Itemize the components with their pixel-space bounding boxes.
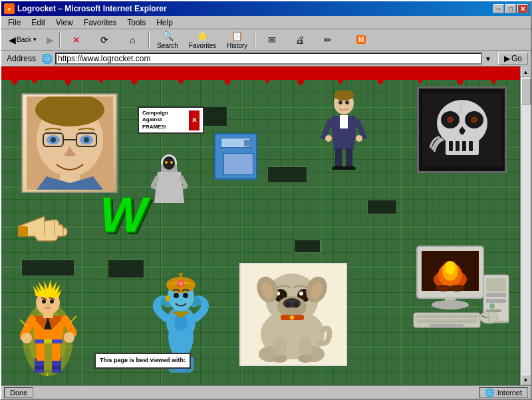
address-label: Address bbox=[4, 54, 39, 63]
anime-character bbox=[20, 280, 76, 378]
zone-text: Internet bbox=[497, 389, 522, 397]
close-button[interactable]: ✕ bbox=[517, 4, 528, 13]
svg-point-71 bbox=[174, 293, 179, 298]
msn-button[interactable]: M bbox=[348, 31, 374, 49]
print-button[interactable]: 🖨 bbox=[287, 31, 313, 49]
svg-point-26 bbox=[356, 135, 362, 142]
mysterious-figure bbox=[151, 153, 188, 214]
svg-point-87 bbox=[299, 292, 303, 296]
go-arrow-icon: ▶ bbox=[504, 54, 510, 63]
scroll-up-button[interactable]: ▲ bbox=[521, 67, 531, 77]
svg-rect-112 bbox=[486, 293, 506, 297]
ic-chip-5 bbox=[367, 200, 397, 214]
svg-line-59 bbox=[70, 316, 76, 323]
toolbar-separator-4 bbox=[344, 32, 345, 48]
menu-favorites[interactable]: Favorites bbox=[78, 17, 122, 29]
svg-point-107 bbox=[449, 285, 465, 292]
svg-point-35 bbox=[165, 161, 168, 164]
toolbar-separator-2 bbox=[148, 32, 150, 48]
svg-rect-79 bbox=[299, 337, 311, 357]
best-viewed-banner: This page is best viewed with: bbox=[94, 353, 191, 369]
campaign-text: Campaign Against FRAMES! bbox=[142, 110, 186, 130]
svg-rect-27 bbox=[335, 148, 342, 168]
edit-button[interactable]: ✏ bbox=[315, 31, 341, 49]
home-button[interactable]: ⌂ bbox=[119, 31, 146, 49]
svg-rect-24 bbox=[340, 115, 348, 128]
scrollbar-vertical[interactable]: ▲ ▼ bbox=[520, 67, 531, 385]
svg-rect-37 bbox=[18, 226, 28, 236]
menu-help[interactable]: Help bbox=[151, 17, 178, 29]
history-button[interactable]: 📋 History bbox=[222, 31, 252, 49]
page-favicon: 🌐 bbox=[41, 53, 53, 64]
back-button[interactable]: ◀ Back ▼ bbox=[4, 31, 42, 49]
best-viewed-text: This page is best viewed with: bbox=[100, 357, 186, 365]
browser-icon: e bbox=[4, 3, 15, 14]
svg-point-36 bbox=[170, 161, 173, 164]
svg-rect-45 bbox=[35, 366, 44, 369]
menu-tools[interactable]: Tools bbox=[122, 17, 151, 29]
svg-point-23 bbox=[334, 90, 354, 100]
svg-point-31 bbox=[338, 100, 342, 104]
ic-chip-2 bbox=[267, 166, 307, 183]
scroll-thumb[interactable] bbox=[521, 78, 531, 104]
minimize-button[interactable]: ─ bbox=[493, 4, 504, 13]
svg-point-57 bbox=[47, 303, 49, 306]
svg-rect-118 bbox=[416, 315, 478, 318]
address-input[interactable] bbox=[55, 53, 482, 65]
menu-file[interactable]: File bbox=[3, 17, 26, 29]
svg-point-32 bbox=[345, 100, 349, 104]
refresh-button[interactable]: ⟳ bbox=[91, 31, 118, 49]
pug-dog bbox=[239, 263, 347, 366]
svg-rect-119 bbox=[417, 319, 477, 323]
svg-point-21 bbox=[471, 116, 477, 123]
favorites-button[interactable]: ⭐ Favorites bbox=[184, 31, 221, 49]
search-button[interactable]: 🔍 Search bbox=[152, 31, 183, 49]
svg-point-20 bbox=[447, 116, 454, 123]
svg-point-34 bbox=[163, 156, 175, 170]
svg-point-56 bbox=[50, 300, 54, 303]
status-bar: Done 🌐 Internet bbox=[1, 385, 531, 399]
menu-edit[interactable]: Edit bbox=[26, 17, 51, 29]
svg-rect-46 bbox=[52, 366, 61, 369]
svg-point-89 bbox=[283, 298, 301, 309]
menu-bar: File Edit View Favorites Tools Help bbox=[1, 16, 531, 29]
svg-rect-120 bbox=[430, 324, 464, 327]
stop-button[interactable]: ✕ bbox=[63, 31, 90, 49]
svg-point-80 bbox=[273, 355, 287, 363]
skull-image bbox=[417, 87, 507, 173]
figure-3d bbox=[321, 90, 367, 180]
bill-gates-photo bbox=[21, 93, 118, 193]
address-dropdown[interactable]: ▼ bbox=[485, 54, 495, 63]
svg-point-9 bbox=[84, 137, 89, 142]
status-text: Done bbox=[10, 389, 27, 397]
green-w-logo: W bbox=[100, 190, 147, 240]
trace-line-4 bbox=[1, 226, 520, 228]
webpage: Campaign Against FRAMES! ✕ bbox=[1, 67, 520, 385]
svg-point-109 bbox=[432, 300, 469, 309]
svg-point-25 bbox=[325, 135, 332, 142]
svg-point-30 bbox=[342, 166, 356, 170]
svg-rect-17 bbox=[469, 141, 473, 151]
maximize-button[interactable]: □ bbox=[505, 4, 516, 13]
content-area: Campaign Against FRAMES! ✕ bbox=[1, 67, 531, 385]
title-bar: e Logrocket – Microsoft Internet Explore… bbox=[1, 1, 531, 16]
scroll-down-button[interactable]: ▼ bbox=[521, 375, 531, 385]
svg-rect-111 bbox=[486, 278, 506, 292]
svg-point-98 bbox=[290, 315, 294, 319]
svg-rect-113 bbox=[486, 299, 506, 303]
trace-vert-5 bbox=[400, 67, 402, 385]
mail-button[interactable]: ✉ bbox=[259, 31, 285, 49]
svg-rect-14 bbox=[449, 141, 453, 151]
campaign-banner: Campaign Against FRAMES! ✕ bbox=[138, 106, 204, 134]
go-button[interactable]: ▶ Go bbox=[498, 53, 528, 65]
toolbar-separator-1 bbox=[59, 32, 61, 48]
toolbar: ◀ Back ▼ ▶ ✕ ⟳ ⌂ 🔍 Search ⭐ Fav bbox=[1, 29, 531, 51]
zone-icon: 🌐 bbox=[485, 388, 495, 397]
forward-button[interactable]: ▶ bbox=[43, 31, 57, 49]
scroll-track[interactable] bbox=[521, 77, 531, 375]
ic-chip-6 bbox=[21, 260, 74, 276]
menu-view[interactable]: View bbox=[51, 17, 78, 29]
svg-rect-28 bbox=[346, 148, 352, 168]
svg-point-72 bbox=[183, 293, 188, 298]
window-title: Logrocket – Microsoft Internet Explorer bbox=[17, 4, 167, 13]
